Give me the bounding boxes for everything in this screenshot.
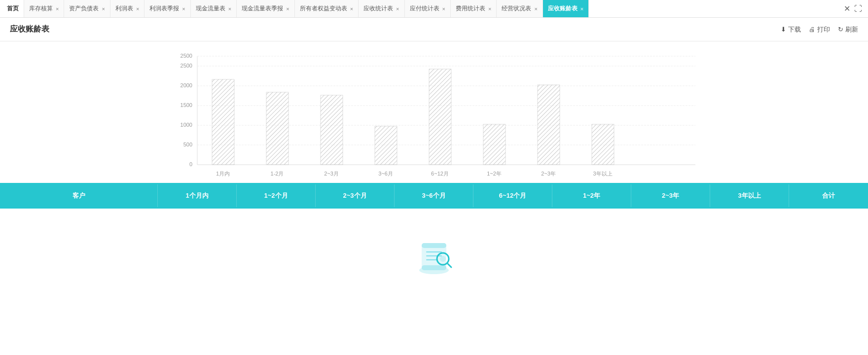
svg-text:3~6月: 3~6月 <box>378 171 393 177</box>
tab-close-profit-quarterly[interactable]: × <box>182 6 185 12</box>
refresh-button[interactable]: ↻ 刷新 <box>838 25 858 34</box>
tab-label-equity: 所有者权益变动表 <box>300 4 347 13</box>
tab-label-inventory: 库存核算 <box>29 4 53 13</box>
tab-label-operation: 经营状况表 <box>502 4 531 13</box>
tab-balance[interactable]: 资产负债表× <box>64 0 110 18</box>
svg-text:2~3年: 2~3年 <box>541 171 556 177</box>
tab-payable-stat[interactable]: 应付统计表× <box>405 0 451 18</box>
tab-close-aging[interactable]: × <box>580 6 583 12</box>
page-title: 应收账龄表 <box>10 24 49 35</box>
tab-label-cashflow-quarterly: 现金流量表季报 <box>242 4 283 13</box>
tab-close-cashflow[interactable]: × <box>228 6 231 12</box>
tab-label-aging: 应收账龄表 <box>548 4 578 13</box>
tab-label-payable-stat: 应付统计表 <box>410 4 439 13</box>
svg-text:2500: 2500 <box>181 53 192 59</box>
tab-label-balance: 资产负债表 <box>69 4 99 13</box>
tab-bar: 首页库存核算×资产负债表×利润表×利润表季报×现金流量表×现金流量表季报×所有者… <box>0 0 868 18</box>
bar-3-6month <box>375 126 397 165</box>
tab-close-equity[interactable]: × <box>350 6 353 12</box>
bar-6-12month <box>429 69 451 165</box>
tab-label-profit-quarterly: 利润表季报 <box>149 4 179 13</box>
bar-3plus-year <box>592 124 614 165</box>
chart-area: 0 500 1000 1500 2000 2500 2500 <box>0 41 868 183</box>
main-content: 0 500 1000 1500 2000 2500 2500 <box>0 41 868 355</box>
svg-text:1000: 1000 <box>181 122 192 128</box>
tab-label-receivable-stat: 应收统计表 <box>363 4 393 13</box>
download-button[interactable]: ⬇ 下载 <box>781 25 801 34</box>
svg-text:2~3月: 2~3月 <box>324 171 339 177</box>
tab-expense-stat[interactable]: 费用统计表× <box>451 0 497 18</box>
refresh-icon: ↻ <box>838 26 843 33</box>
tab-close-balance[interactable]: × <box>102 6 105 12</box>
page-header: 应收账龄表 ⬇ 下载 🖨 打印 ↻ 刷新 <box>0 18 868 41</box>
tab-cashflow[interactable]: 现金流量表× <box>191 0 237 18</box>
window-actions: ✕ ⛶ <box>840 4 866 13</box>
tab-operation[interactable]: 经营状况表× <box>497 0 542 18</box>
tab-close-cashflow-quarterly[interactable]: × <box>286 6 289 12</box>
svg-text:2000: 2000 <box>181 82 192 88</box>
tab-label-expense-stat: 费用统计表 <box>456 4 485 13</box>
tab-close-profit[interactable]: × <box>136 6 139 12</box>
tab-close-receivable-stat[interactable]: × <box>396 6 399 12</box>
tab-list: 首页库存核算×资产负债表×利润表×利润表季报×现金流量表×现金流量表季报×所有者… <box>2 0 840 18</box>
tab-profit[interactable]: 利润表× <box>110 0 145 18</box>
bar-2-3month <box>321 95 343 165</box>
svg-text:1月内: 1月内 <box>216 171 230 177</box>
tab-close-operation[interactable]: × <box>534 6 537 12</box>
bar-1-2year <box>483 124 506 165</box>
svg-text:3年以上: 3年以上 <box>593 171 612 177</box>
empty-icon <box>409 228 459 278</box>
svg-text:1-2月: 1-2月 <box>271 171 284 177</box>
svg-text:2500: 2500 <box>181 63 192 69</box>
aging-chart: 0 500 1000 1500 2000 2500 2500 <box>20 51 848 189</box>
svg-text:500: 500 <box>183 142 192 147</box>
chart-container: 0 500 1000 1500 2000 2500 2500 <box>20 51 848 189</box>
svg-text:1500: 1500 <box>181 102 192 108</box>
download-icon: ⬇ <box>781 26 786 33</box>
print-button[interactable]: 🖨 打印 <box>809 25 830 34</box>
svg-point-33 <box>440 256 446 262</box>
page-actions: ⬇ 下载 🖨 打印 ↻ 刷新 <box>781 25 858 34</box>
svg-text:6~12月: 6~12月 <box>431 171 449 177</box>
tab-home[interactable]: 首页 <box>2 0 24 18</box>
svg-text:1~2年: 1~2年 <box>487 171 502 177</box>
print-icon: 🖨 <box>809 26 815 33</box>
tab-label-profit: 利润表 <box>115 4 133 13</box>
empty-state <box>0 209 868 355</box>
tab-profit-quarterly[interactable]: 利润表季报× <box>145 0 190 18</box>
bar-1-2month <box>266 92 289 165</box>
tab-label-home: 首页 <box>7 4 19 13</box>
tab-cashflow-quarterly[interactable]: 现金流量表季报× <box>237 0 294 18</box>
svg-line-32 <box>447 263 451 267</box>
svg-rect-27 <box>422 265 446 270</box>
svg-rect-26 <box>422 243 446 248</box>
tab-aging[interactable]: 应收账龄表× <box>543 0 589 18</box>
minimize-icon[interactable]: ✕ <box>844 4 850 13</box>
tab-close-payable-stat[interactable]: × <box>442 6 445 12</box>
bar-1month <box>212 79 234 165</box>
tab-label-cashflow: 现金流量表 <box>196 4 225 13</box>
maximize-icon[interactable]: ⛶ <box>854 4 862 13</box>
tab-inventory[interactable]: 库存核算× <box>24 0 64 18</box>
tab-close-expense-stat[interactable]: × <box>488 6 491 12</box>
bar-2-3year <box>538 85 560 165</box>
svg-text:0: 0 <box>189 161 192 167</box>
tab-close-inventory[interactable]: × <box>56 6 59 12</box>
tab-equity[interactable]: 所有者权益变动表× <box>295 0 359 18</box>
tab-receivable-stat[interactable]: 应收统计表× <box>359 0 404 18</box>
